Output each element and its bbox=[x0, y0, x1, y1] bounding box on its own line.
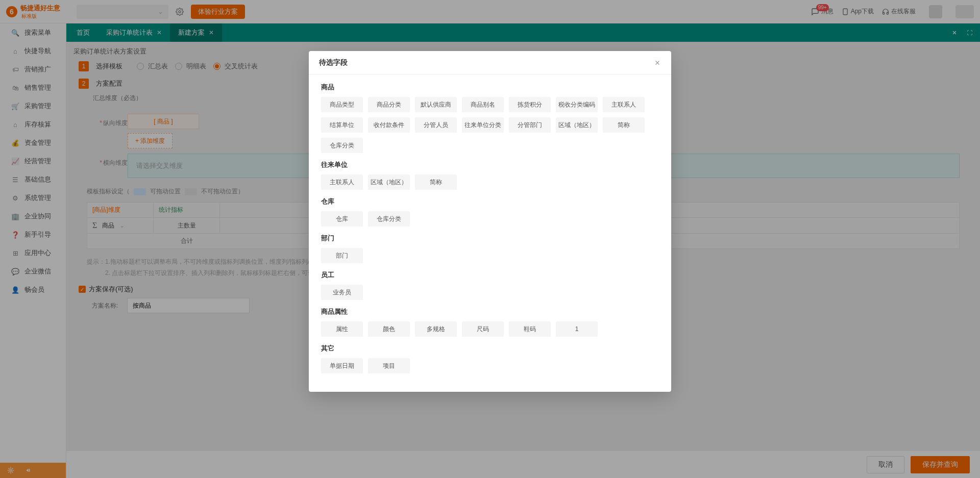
field-tag[interactable]: 仓库分类 bbox=[368, 211, 410, 227]
field-tag[interactable]: 拣货积分 bbox=[509, 97, 551, 112]
field-tag[interactable]: 单据日期 bbox=[321, 358, 363, 373]
field-group: 往来单位主联系人区域（地区）简称 bbox=[321, 160, 659, 190]
field-tag[interactable]: 区域（地区） bbox=[368, 174, 410, 190]
field-selector-modal: 待选字段 商品商品类型商品分类默认供应商商品别名拣货积分税收分类编码主联系人结算… bbox=[309, 51, 671, 392]
field-group-title: 员工 bbox=[321, 270, 659, 280]
field-group: 其它单据日期项目 bbox=[321, 344, 659, 373]
field-tag[interactable]: 多规格 bbox=[415, 321, 457, 337]
field-tag[interactable]: 简称 bbox=[415, 174, 457, 190]
field-group: 员工业务员 bbox=[321, 270, 659, 300]
field-tag[interactable]: 商品分类 bbox=[368, 97, 410, 112]
field-group-title: 商品属性 bbox=[321, 307, 659, 316]
field-group-title: 往来单位 bbox=[321, 160, 659, 169]
field-tag[interactable]: 商品别名 bbox=[462, 97, 504, 112]
field-group-title: 仓库 bbox=[321, 197, 659, 206]
modal-title: 待选字段 bbox=[319, 58, 348, 67]
field-group: 部门部门 bbox=[321, 234, 659, 263]
field-tag[interactable]: 鞋码 bbox=[509, 321, 551, 337]
field-tag[interactable]: 主联系人 bbox=[321, 174, 363, 190]
field-tag[interactable]: 1 bbox=[556, 321, 598, 337]
field-tag[interactable]: 主联系人 bbox=[603, 97, 645, 112]
modal-close-button[interactable] bbox=[654, 59, 661, 66]
field-tag[interactable]: 仓库 bbox=[321, 211, 363, 227]
field-tag[interactable]: 项目 bbox=[368, 358, 410, 373]
field-tag[interactable]: 区域（地区） bbox=[556, 117, 598, 133]
field-tag[interactable]: 分管部门 bbox=[509, 117, 551, 133]
field-tag[interactable]: 尺码 bbox=[462, 321, 504, 337]
field-tag[interactable]: 收付款条件 bbox=[368, 117, 410, 133]
field-tag[interactable]: 简称 bbox=[603, 117, 645, 133]
field-group-title: 部门 bbox=[321, 234, 659, 243]
field-group-title: 其它 bbox=[321, 344, 659, 353]
field-tag[interactable]: 仓库分类 bbox=[321, 138, 363, 153]
field-group: 仓库仓库仓库分类 bbox=[321, 197, 659, 227]
field-tag[interactable]: 分管人员 bbox=[415, 117, 457, 133]
field-tag[interactable]: 颜色 bbox=[368, 321, 410, 337]
close-icon bbox=[654, 59, 661, 66]
field-tag[interactable]: 业务员 bbox=[321, 285, 363, 300]
field-tag[interactable]: 默认供应商 bbox=[415, 97, 457, 112]
field-tag[interactable]: 结算单位 bbox=[321, 117, 363, 133]
field-tag[interactable]: 属性 bbox=[321, 321, 363, 337]
modal-overlay[interactable]: 待选字段 商品商品类型商品分类默认供应商商品别名拣货积分税收分类编码主联系人结算… bbox=[0, 0, 980, 478]
field-tag[interactable]: 商品类型 bbox=[321, 97, 363, 112]
field-tag[interactable]: 税收分类编码 bbox=[556, 97, 598, 112]
field-group-title: 商品 bbox=[321, 83, 659, 92]
field-group: 商品商品类型商品分类默认供应商商品别名拣货积分税收分类编码主联系人结算单位收付款… bbox=[321, 83, 659, 153]
field-tag[interactable]: 部门 bbox=[321, 248, 363, 263]
field-group: 商品属性属性颜色多规格尺码鞋码1 bbox=[321, 307, 659, 337]
field-tag[interactable]: 往来单位分类 bbox=[462, 117, 504, 133]
